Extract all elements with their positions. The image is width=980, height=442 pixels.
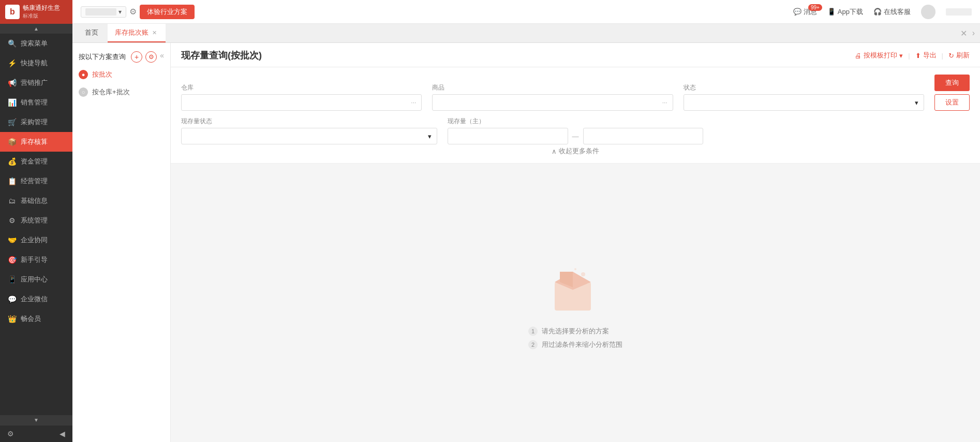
- refresh-btn[interactable]: ↻ 刷新: [948, 51, 970, 60]
- sidebar-item-quicknav-label: 快捷导航: [21, 58, 48, 68]
- search-buttons: 查询 设置: [934, 75, 970, 111]
- print-template-btn[interactable]: 🖨 按模板打印 ▾: [855, 51, 903, 60]
- basic-icon: 🗂: [7, 196, 17, 205]
- collapse-sidebar-icon[interactable]: ◀: [60, 430, 65, 438]
- product-input[interactable]: ···: [432, 94, 673, 111]
- inventory-icon: 📦: [7, 137, 17, 146]
- settings-scheme-btn[interactable]: ⚙: [145, 51, 157, 63]
- step1-label: 请先选择要分析的方案: [542, 327, 609, 336]
- sidebar-item-enterprise[interactable]: 🤝 企业协同: [0, 230, 72, 250]
- quantity-max-input[interactable]: [583, 128, 704, 144]
- apps-icon: 📱: [7, 275, 17, 284]
- sidebar-item-sales[interactable]: 📊 销售管理: [0, 93, 72, 112]
- sidebar-item-finance[interactable]: 💰 资金管理: [0, 152, 72, 171]
- collapse-more-btn[interactable]: ∧ 收起更多条件: [181, 146, 970, 156]
- user-avatar[interactable]: [921, 5, 936, 19]
- status-field: 状态 ▾: [684, 83, 924, 111]
- search-row-1: 仓库 ··· 商品 ··· 状态: [181, 75, 970, 111]
- experience-btn[interactable]: 体验行业方案: [140, 5, 195, 19]
- marketing-icon: 📢: [7, 78, 17, 87]
- sidebar-item-operations[interactable]: 📋 经营管理: [0, 171, 72, 191]
- tab-batch-close[interactable]: ✕: [151, 29, 158, 37]
- sidebar-item-finance-label: 资金管理: [21, 157, 48, 166]
- content-area: 按以下方案查询 + ⚙ « ● 按批次 ○ 按仓库+批次 现存量查询(按批次): [72, 43, 980, 442]
- warehouse-input[interactable]: ···: [181, 94, 422, 111]
- user-name-label: [946, 8, 972, 16]
- export-icon: ⬆: [915, 52, 921, 60]
- search-form: 仓库 ··· 商品 ··· 状态: [171, 67, 980, 164]
- sidebar-item-newbie-label: 新手引导: [21, 255, 48, 264]
- stock-status-field: 现存量状态 ▾: [181, 117, 437, 144]
- sidebar-item-system[interactable]: ⚙ 系统管理: [0, 211, 72, 230]
- sidebar-item-basic[interactable]: 🗂 基础信息: [0, 191, 72, 211]
- quantity-min-input[interactable]: [448, 128, 568, 144]
- page-actions: 🖨 按模板打印 ▾ | ⬆ 导出 | ↻ 刷新: [855, 51, 970, 60]
- filter-item-by-warehouse-batch[interactable]: ○ 按仓库+批次: [72, 83, 170, 101]
- tab-batch[interactable]: 库存批次账 ✕: [108, 24, 166, 42]
- stock-status-select[interactable]: ▾: [181, 128, 437, 144]
- sidebar-item-wechat[interactable]: 💬 企业微信: [0, 289, 72, 309]
- topbar-breadcrumb: ▾ ⚙ 体验行业方案: [81, 5, 787, 19]
- edition-label: 标准版: [23, 12, 60, 20]
- print-dropdown-icon[interactable]: ▾: [899, 52, 903, 60]
- message-icon: 💬: [793, 8, 801, 16]
- svg-point-5: [574, 268, 576, 270]
- warehouse-more-icon[interactable]: ···: [411, 99, 416, 106]
- collapse-chevron-icon: ∧: [552, 148, 557, 155]
- sidebar-item-marketing[interactable]: 📢 营销推广: [0, 73, 72, 93]
- warehouse-field: 仓库 ···: [181, 83, 422, 111]
- refresh-icon: ↻: [948, 52, 954, 60]
- query-btn[interactable]: 查询: [934, 75, 970, 91]
- sidebar-header: b 畅康通好生意 标准版: [0, 0, 72, 24]
- refresh-label: 刷新: [956, 51, 970, 60]
- sidebar-item-marketing-label: 营销推广: [21, 78, 48, 87]
- tabs-right-controls: ✕ ›: [958, 28, 975, 38]
- sidebar-item-search[interactable]: 🔍 搜索菜单: [0, 34, 72, 53]
- sidebar-item-quicknav[interactable]: ⚡ 快捷导航: [0, 53, 72, 73]
- export-btn[interactable]: ⬆ 导出: [915, 51, 937, 60]
- app-download-btn[interactable]: 📱 App下载: [827, 7, 863, 17]
- page-title: 现存量查询(按批次): [181, 49, 262, 62]
- sidebar-item-sales-label: 销售管理: [21, 98, 48, 107]
- topbar-gear-icon[interactable]: ⚙: [129, 7, 137, 17]
- tab-home-label: 首页: [85, 28, 98, 37]
- add-scheme-btn[interactable]: +: [131, 51, 142, 63]
- sidebar-scroll-down[interactable]: ▼: [0, 415, 72, 425]
- tabs-arrow-icon[interactable]: ›: [972, 28, 975, 38]
- divider1: |: [908, 52, 910, 60]
- status-select[interactable]: ▾: [684, 94, 924, 111]
- headset-icon: 🎧: [873, 8, 882, 16]
- sidebar-item-search-label: 搜索菜单: [21, 39, 48, 48]
- topbar-dropdown[interactable]: ▾: [81, 6, 126, 18]
- online-service-btn[interactable]: 🎧 在线客服: [873, 7, 911, 17]
- filter-item-by-batch-label: 按批次: [92, 70, 112, 79]
- sidebar-nav: 🔍 搜索菜单 ⚡ 快捷导航 📢 营销推广 📊 销售管理 🛒 采购管理 📦 库存核…: [0, 34, 72, 415]
- sidebar-item-newbie[interactable]: 🎯 新手引导: [0, 250, 72, 270]
- enterprise-icon: 🤝: [7, 235, 17, 245]
- sidebar-item-wechat-label: 企业微信: [21, 294, 48, 304]
- tabs-close-icon[interactable]: ✕: [958, 28, 969, 38]
- sidebar-scroll-up[interactable]: ▲: [0, 24, 72, 34]
- sidebar-item-apps[interactable]: 📱 应用中心: [0, 270, 72, 289]
- sidebar-item-operations-label: 经营管理: [21, 176, 48, 186]
- sidebar-item-purchase[interactable]: 🛒 采购管理: [0, 112, 72, 132]
- tabs-bar: 首页 库存批次账 ✕ ✕ ›: [72, 24, 980, 43]
- collapse-panel-icon[interactable]: «: [160, 51, 164, 63]
- filter-item-by-batch[interactable]: ● 按批次: [72, 66, 170, 83]
- company-name: 畅康通好生意: [23, 4, 60, 12]
- tab-home[interactable]: 首页: [78, 24, 106, 42]
- status-label: 状态: [684, 83, 924, 92]
- system-icon: ⚙: [7, 216, 17, 225]
- settings-footer-icon[interactable]: ⚙: [7, 430, 14, 438]
- stock-quantity-field: 现存量（主） —: [448, 117, 704, 144]
- svg-point-3: [581, 272, 585, 276]
- main-area: ▾ ⚙ 体验行业方案 💬 消息 99+ 📱 App下载 🎧 在线客服: [72, 0, 980, 442]
- sidebar-item-inventory[interactable]: 📦 库存核算: [0, 132, 72, 152]
- settings-btn[interactable]: 设置: [934, 94, 970, 111]
- empty-step-1: 1 请先选择要分析的方案: [528, 327, 622, 336]
- product-more-icon[interactable]: ···: [662, 99, 667, 106]
- quantity-range: —: [448, 128, 704, 144]
- sidebar-item-member[interactable]: 👑 畅会员: [0, 309, 72, 329]
- step-num-2: 2: [528, 340, 538, 349]
- messages-btn[interactable]: 💬 消息 99+: [793, 7, 817, 17]
